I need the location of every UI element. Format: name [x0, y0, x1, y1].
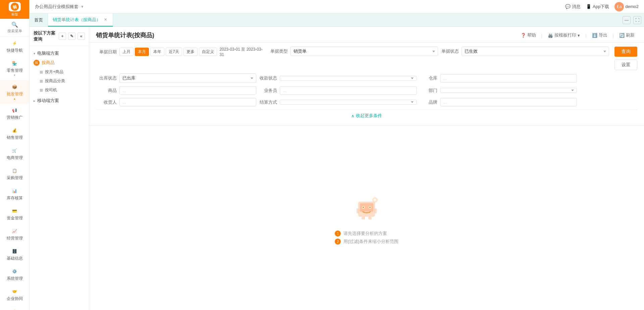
date-btn-this-month[interactable]: 本月 [135, 48, 149, 56]
app-download-btn[interactable]: 📱 App下载 [586, 4, 609, 10]
logo-area: 畅 标版 [0, 0, 29, 19]
settings-button[interactable]: 设置 [614, 59, 637, 70]
tree-sub-month-goods[interactable]: ▦ 按月+商品 [30, 67, 89, 76]
sub-item-label: 按司机 [45, 87, 57, 93]
out-status-caret [251, 78, 253, 79]
salesman-input[interactable]: ... [280, 86, 417, 95]
sub-item-label: 按商品分类 [45, 78, 65, 84]
sidebar-item-kucun[interactable]: 📊 库存核算 [0, 184, 29, 204]
topbar-dropdown-icon[interactable]: ▾ [81, 4, 84, 9]
sidebar-item-yingxiao[interactable]: 📢 营销推广 [0, 104, 29, 124]
collapse-filters-btn[interactable]: ∧ 收起更多条件 [96, 110, 637, 121]
sidebar-item-xinshou[interactable]: 🌟 新手引导 [0, 305, 29, 310]
tree-sub-category[interactable]: ▦ 按商品分类 [30, 76, 89, 86]
query-button[interactable]: 查询 [614, 47, 637, 57]
date-btn-last-month[interactable]: 上月 [119, 48, 133, 56]
message-btn[interactable]: 💬 消息 [565, 4, 581, 10]
date-btn-custom[interactable]: 自定义 [199, 48, 217, 56]
payment-method-select[interactable] [280, 100, 417, 105]
avatar: Ea [614, 2, 624, 11]
refresh-label: 刷新 [626, 32, 635, 38]
collapse-arrow: ▸ [34, 99, 35, 103]
help-btn[interactable]: ❓ 帮助 [518, 31, 539, 40]
tab-statistics[interactable]: 销货单统计表（按商品） ✕ [48, 13, 113, 27]
doc-type-caret [432, 51, 435, 52]
tab-statistics-label: 销货单统计表（按商品） [53, 17, 101, 23]
tree-group-mobile[interactable]: ▸ 移动端方案 [30, 96, 89, 105]
left-panel-actions: + ✎ « [59, 33, 85, 40]
payment-status-label: 收款状态 [256, 75, 280, 81]
goods-input[interactable]: ... [119, 86, 256, 95]
page-header: 销货单统计表(按商品) ❓ 帮助 | 🖨️ 按模板打印 ▾ | ⬇️ [89, 27, 644, 43]
svg-rect-3 [360, 203, 373, 212]
tree-group-pc[interactable]: ▾ 电脑端方案 [30, 49, 89, 58]
refresh-icon: 🔄 [619, 33, 625, 38]
tab-minimize-btn[interactable]: — [623, 16, 631, 24]
tree-item-by-goods[interactable]: 按 按商品 [30, 58, 89, 67]
sidebar-item-lingshou[interactable]: 🏪 零售管理 ▾ [0, 57, 29, 80]
collapse-panel-btn[interactable]: « [77, 33, 85, 40]
sidebar-item-dianshang[interactable]: 🛒 电商管理 [0, 144, 29, 164]
sidebar-item-jichu[interactable]: 🗄️ 基础信息 [0, 245, 29, 265]
tab-close-icon[interactable]: ✕ [103, 17, 108, 22]
right-content: 销货单统计表(按商品) ❓ 帮助 | 🖨️ 按模板打印 ▾ | ⬇️ [89, 27, 644, 310]
sidebar-item-caigou[interactable]: 📋 采购管理 [0, 164, 29, 184]
dept-caret [571, 90, 574, 91]
sales-icon: 💰 [11, 127, 18, 134]
add-scheme-btn[interactable]: + [59, 33, 66, 40]
print-btn[interactable]: 🖨️ 按模板打印 ▾ [545, 31, 583, 40]
date-btn-more[interactable]: 更多 [183, 48, 198, 56]
brand-input[interactable]: ... [440, 98, 577, 106]
nav-item-label: 零售管理 [7, 68, 23, 73]
date-filter-controls: 上月 本月 本年 近7天 更多 自定义 2023-03-01 至 2023-03… [119, 47, 267, 57]
sidebar-item-xiaoshou[interactable]: 💰 销售管理 [0, 124, 29, 144]
nav-item-label: 批发管理 [7, 91, 23, 97]
sidebar-item-pifa[interactable]: 📦 批发管理 ▴ [0, 80, 29, 104]
out-status-value: 已出库 [122, 75, 136, 81]
sidebar-item-kuaijie[interactable]: ⚡ 快捷导航 [0, 37, 29, 57]
refresh-btn[interactable]: 🔄 刷新 [616, 31, 637, 40]
doc-type-select[interactable]: 销货单 [290, 47, 438, 56]
nav-item-label: 企业协同 [7, 296, 23, 302]
goods-value: ... [122, 88, 126, 93]
doc-status-select[interactable]: 已生效 [462, 47, 609, 56]
sub-icon: ▦ [40, 70, 43, 74]
payment-status-select[interactable] [280, 76, 417, 81]
edit-scheme-btn[interactable]: ✎ [68, 33, 75, 40]
nav-item-label: 营销推广 [7, 115, 23, 120]
tab-maximize-btn[interactable]: ⛶ [633, 16, 641, 24]
tree-sub-driver[interactable]: ▦ 按司机 [30, 86, 89, 95]
date-btn-this-year[interactable]: 本年 [150, 48, 164, 56]
out-status-select[interactable]: 已出库 [119, 73, 256, 83]
warehouse-input[interactable]: ... [440, 74, 577, 83]
page-title: 销货单统计表(按商品) [96, 31, 154, 39]
topbar-left: 办公用品行业模拟账套 ▾ [35, 4, 84, 10]
nav-item-label: 采购管理 [7, 175, 23, 181]
sidebar-item-xitong[interactable]: ⚙️ 系统管理 [0, 265, 29, 285]
doc-status-value: 已生效 [465, 48, 478, 54]
main-wrapper: 办公用品行业模拟账套 ▾ 💬 消息 📱 App下载 Ea demo2 首页 [30, 0, 644, 310]
date-btn-7days[interactable]: 近7天 [166, 48, 182, 56]
expand-arrow: ▾ [34, 52, 35, 55]
user-name: demo2 [625, 4, 639, 9]
operations-icon: 📈 [11, 228, 18, 235]
sidebar-item-zijin[interactable]: 💳 资金管理 [0, 204, 29, 224]
dept-select[interactable] [440, 88, 577, 93]
export-btn[interactable]: ⬇️ 导出 [589, 31, 610, 40]
tab-home[interactable]: 首页 [30, 13, 48, 27]
svg-point-7 [369, 207, 371, 208]
sidebar-item-qiye[interactable]: 🤝 企业协同 [0, 285, 29, 305]
warehouse-label: 仓库 [417, 75, 440, 81]
receiver-input[interactable]: ... [119, 98, 256, 106]
help-icon: ❓ [521, 33, 526, 38]
sidebar-search[interactable]: 🔍 搜索菜单 [0, 19, 29, 37]
user-area[interactable]: Ea demo2 [614, 2, 639, 11]
svg-rect-10 [362, 217, 365, 219]
logo-icon: 畅 [9, 2, 21, 11]
app-download-label: App下载 [593, 4, 609, 10]
filter-area: 单据日期 上月 本月 本年 近7天 更多 自定义 2023-03-01 至 20… [89, 43, 644, 126]
brand-value: ... [443, 100, 447, 105]
sidebar-item-jingying[interactable]: 📈 经营管理 [0, 224, 29, 245]
left-panel-title: 按以下方案查询 [34, 30, 59, 42]
inventory-icon: 📊 [11, 188, 18, 194]
